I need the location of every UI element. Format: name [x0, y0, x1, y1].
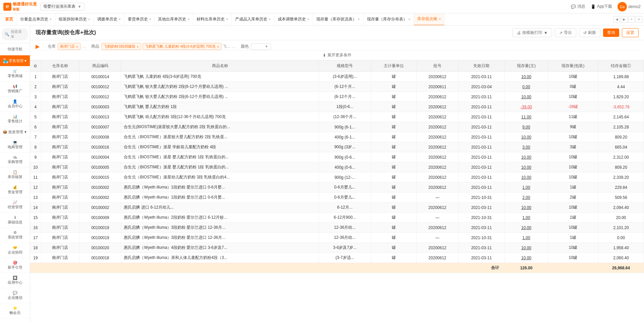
refresh-btn[interactable]: ↺ 刷新: [579, 28, 600, 37]
sidebar-item-wholesale[interactable]: 📦 批发管理 ▼: [0, 127, 30, 138]
cell-code: 00100020: [79, 243, 121, 253]
sidebar-item-retail-stats[interactable]: 📊 零售统计: [0, 112, 30, 127]
close-icon[interactable]: ×: [307, 17, 309, 21]
sidebar-item-retail[interactable]: 🏪 零售管理 ▼: [0, 55, 30, 66]
expand-more-btn[interactable]: ⬇ 展开更多条件: [36, 50, 639, 60]
sidebar-item-system[interactable]: ⚙ 系统管理: [0, 228, 30, 243]
cell-qty[interactable]: 10.00: [505, 72, 548, 82]
cell-batch: 20200612: [417, 223, 458, 233]
query-btn[interactable]: 查询: [603, 29, 619, 37]
cell-qty[interactable]: 1.00: [505, 213, 548, 223]
tab-chengb[interactable]: 成本调整单历史 ×: [274, 13, 313, 25]
cell-warehouse: 南岸门店: [41, 203, 79, 213]
sidebar-item-enterprise[interactable]: 🤝 企业协同: [0, 243, 30, 258]
color-input[interactable]: ▼: [251, 43, 271, 50]
close-icon[interactable]: ×: [409, 17, 411, 21]
tab-home[interactable]: 首页: [2, 13, 17, 25]
cell-batch: 20200612: [417, 152, 458, 162]
cell-qty[interactable]: 1.00: [505, 233, 548, 243]
sidebar-item-apps[interactable]: 🔲 应用中心: [0, 273, 30, 288]
cell-qty[interactable]: 10.00: [505, 243, 548, 253]
remove-warehouse-tag[interactable]: ×: [76, 45, 78, 49]
tab-chanch[interactable]: 产成品入库单历史 ×: [232, 13, 274, 25]
company-dropdown[interactable]: 母婴行业演示库表 ▼: [40, 3, 85, 10]
sidebar-item-marketing[interactable]: 📢 营销推广: [0, 82, 30, 97]
remove-product-tag-1[interactable]: ×: [137, 45, 139, 49]
search-input[interactable]: 🔍 搜索菜单: [2, 28, 28, 40]
tab-zuzhuang[interactable]: 组装拆卸单历史 ×: [55, 13, 94, 25]
filter-product-more[interactable]: 飞...: [223, 44, 230, 49]
close-icon[interactable]: ×: [439, 17, 441, 21]
cell-no: 3: [30, 92, 41, 102]
nav-prev[interactable]: ◀: [613, 16, 620, 23]
nav-close-all[interactable]: ×: [628, 16, 635, 23]
message-btn[interactable]: 💬 消息: [571, 4, 585, 9]
user-area[interactable]: Ea demo2: [618, 2, 641, 11]
cell-qty[interactable]: 10.00: [505, 132, 548, 142]
cell-spec: 0-6月婴儿...: [319, 193, 371, 203]
close-icon[interactable]: ×: [358, 17, 360, 21]
close-icon[interactable]: ×: [119, 17, 121, 21]
sidebar-item-ecom[interactable]: 💻 电商管理: [0, 138, 30, 153]
tab-kucun-pici[interactable]: 库存批次账 ×: [414, 13, 444, 25]
sidebar-item-shop[interactable]: 🛒 零售商城: [0, 66, 30, 82]
cell-qty[interactable]: 10.00: [505, 92, 548, 102]
sidebar-item-basic[interactable]: ℹ 基础信息: [0, 213, 30, 228]
sidebar-item-quicknav[interactable]: 快捷导航: [0, 45, 30, 54]
filter-toggle-btn[interactable]: ▶: [36, 43, 40, 50]
tab-xiancun1[interactable]: 现存量（库存状况表） ×: [313, 13, 364, 25]
settings-btn[interactable]: 设置: [622, 28, 639, 37]
cell-qty[interactable]: 10.00: [505, 223, 548, 233]
tab-fenpan[interactable]: 分量盘点单历史 ×: [17, 13, 55, 25]
cell-qty[interactable]: 0.00: [505, 82, 548, 92]
cell-amount: 509.56: [598, 193, 644, 203]
cell-name: 飞鹤星飞帆 婴儿配方奶粉 1段: [121, 102, 319, 112]
cell-qty-pkg: 10罐: [548, 253, 598, 263]
sidebar-item-inventory[interactable]: 📋 库存核算: [0, 167, 30, 182]
close-icon[interactable]: ×: [88, 17, 90, 21]
cell-expiry: 2021-03-11: [458, 142, 504, 152]
close-icon[interactable]: ×: [187, 17, 190, 21]
tab-xiancun2[interactable]: 现存量（库存分布表） ×: [364, 13, 414, 25]
nav-menu[interactable]: ≡: [636, 16, 642, 23]
cell-qty[interactable]: 3.00: [505, 142, 548, 152]
col-expiry: 失效日期: [458, 60, 504, 72]
tab-diaob[interactable]: 调拨单历史 ×: [94, 13, 124, 25]
cell-qty[interactable]: 10.00: [505, 152, 548, 162]
cell-qty[interactable]: 2.00: [505, 193, 548, 203]
filter-product-ellipsis[interactable]: …: [231, 44, 235, 49]
tab-yaohuo[interactable]: 要货单历史 ×: [124, 13, 155, 25]
close-icon[interactable]: ×: [50, 17, 52, 21]
tab-cailiao[interactable]: 材料出库单历史 ×: [193, 13, 232, 25]
cell-qty[interactable]: -39.00: [505, 102, 548, 112]
app-download-btn[interactable]: 📱 App下载: [591, 4, 612, 9]
export-btn[interactable]: ↗ 导出: [555, 28, 576, 37]
cell-amount: 1,189.88: [598, 72, 644, 82]
remove-product-tag-2[interactable]: ×: [217, 45, 219, 49]
nav-next[interactable]: ▶: [621, 16, 628, 23]
sidebar-item-member[interactable]: 👤 会员中心: [0, 97, 30, 112]
close-icon[interactable]: ×: [149, 17, 151, 21]
print-btn[interactable]: 🖨 按模板打印 ▼: [513, 28, 552, 37]
tab-qitachu[interactable]: 其他出库单历史 ×: [155, 13, 193, 25]
sidebar-item-vip[interactable]: ⭐ 畅会员: [0, 303, 30, 318]
cell-qty[interactable]: 10.00: [505, 172, 548, 182]
sidebar-item-operation[interactable]: 📈 经营管理: [0, 198, 30, 213]
close-icon[interactable]: ×: [226, 17, 228, 21]
cell-qty[interactable]: 1.00: [505, 182, 548, 193]
cell-qty[interactable]: 10.00: [505, 203, 548, 213]
close-icon[interactable]: ×: [269, 17, 271, 21]
cell-qty[interactable]: 10.00: [505, 253, 548, 263]
sidebar-item-finance[interactable]: 💰 资金管理: [0, 182, 30, 198]
cell-qty-pkg: 10罐: [548, 172, 598, 182]
cell-unit: 罐: [371, 243, 417, 253]
sidebar-item-purchase[interactable]: 🛍 采购管理: [0, 153, 30, 167]
filter-ellipsis[interactable]: …: [82, 44, 86, 49]
cell-qty[interactable]: 9.00: [505, 122, 548, 132]
cell-qty[interactable]: 11.00: [505, 112, 548, 122]
sidebar-item-wechat[interactable]: 💬 企业微信: [0, 288, 30, 303]
logo-text: 畅捷通好生意 标版: [13, 1, 37, 12]
sidebar-item-guide[interactable]: 🎯 新手引导: [0, 258, 30, 273]
cell-qty[interactable]: 10.00: [505, 162, 548, 172]
col-settings[interactable]: ⚙: [30, 60, 41, 72]
